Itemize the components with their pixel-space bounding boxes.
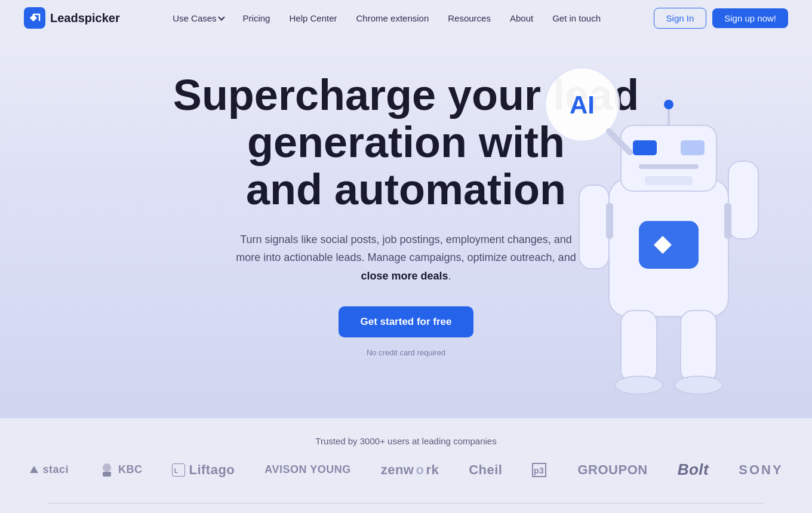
navbar: Leadspicker Use Cases Pricing Help Cente… xyxy=(0,0,812,36)
logo-p3: p3 xyxy=(532,463,548,477)
svg-rect-16 xyxy=(724,203,731,239)
nav-resources[interactable]: Resources xyxy=(439,8,499,28)
nav-actions: Sign In Sign up now! xyxy=(654,8,788,29)
nav-about[interactable]: About xyxy=(502,8,542,28)
svg-rect-23 xyxy=(103,472,111,477)
nav-chrome-extension[interactable]: Chrome extension xyxy=(348,8,438,28)
svg-rect-7 xyxy=(668,107,670,125)
nav-pricing[interactable]: Pricing xyxy=(235,8,279,28)
svg-rect-10 xyxy=(728,161,758,239)
svg-rect-12 xyxy=(681,311,716,382)
svg-text:L: L xyxy=(174,466,179,474)
logo-staci: staci xyxy=(29,463,69,476)
logo-groupon: GROUPON xyxy=(577,462,647,478)
nav-get-in-touch[interactable]: Get in touch xyxy=(544,8,609,28)
svg-point-13 xyxy=(615,376,663,394)
chevron-down-icon xyxy=(218,14,224,20)
svg-rect-6 xyxy=(639,164,699,169)
cta-container: Get started for free No credit card requ… xyxy=(173,306,639,357)
cta-button[interactable]: Get started for free xyxy=(339,306,473,337)
logo-bolt: Bolt xyxy=(678,460,709,479)
svg-point-14 xyxy=(675,376,722,394)
nav-links: Use Cases Pricing Help Center Chrome ext… xyxy=(164,8,609,28)
ai-magnifier: AI xyxy=(543,66,633,158)
logo-zenwork: zenwork xyxy=(381,462,439,478)
hero-section: AI Supercharge your lead generation with… xyxy=(0,36,812,418)
logo-sony: SONY xyxy=(739,462,783,478)
trusted-section: Trusted by 3000+ users at leading compan… xyxy=(0,418,812,491)
svg-text:AI: AI xyxy=(570,91,595,119)
logo-avison-young: AVISON YOUNG xyxy=(264,463,350,476)
svg-rect-5 xyxy=(681,140,705,155)
nav-help-center[interactable]: Help Center xyxy=(281,8,345,28)
signup-button[interactable]: Sign up now! xyxy=(712,8,788,28)
svg-point-8 xyxy=(664,100,673,109)
logo-liftago: LLiftago xyxy=(172,462,235,478)
nav-use-cases[interactable]: Use Cases xyxy=(164,8,232,28)
logo-text: Leadspicker xyxy=(50,11,120,25)
logo-cheil: Cheil xyxy=(469,462,502,478)
hero-subtitle: Turn signals like social posts, job post… xyxy=(227,231,585,285)
svg-line-20 xyxy=(609,131,630,152)
divider xyxy=(48,503,764,503)
no-cc-text: No credit card required xyxy=(173,348,639,357)
svg-text:p3: p3 xyxy=(534,466,544,475)
trusted-text: Trusted by 3000+ users at leading compan… xyxy=(24,436,788,446)
svg-marker-21 xyxy=(30,466,38,473)
logos-row: staci KBC LLiftago AVISON YOUNG zenwork … xyxy=(24,460,788,479)
svg-point-22 xyxy=(103,463,111,472)
logo-icon xyxy=(24,7,45,29)
svg-rect-17 xyxy=(645,176,693,185)
logo[interactable]: Leadspicker xyxy=(24,7,120,29)
signin-button[interactable]: Sign In xyxy=(654,8,707,29)
logo-kbc: KBC xyxy=(99,462,143,478)
